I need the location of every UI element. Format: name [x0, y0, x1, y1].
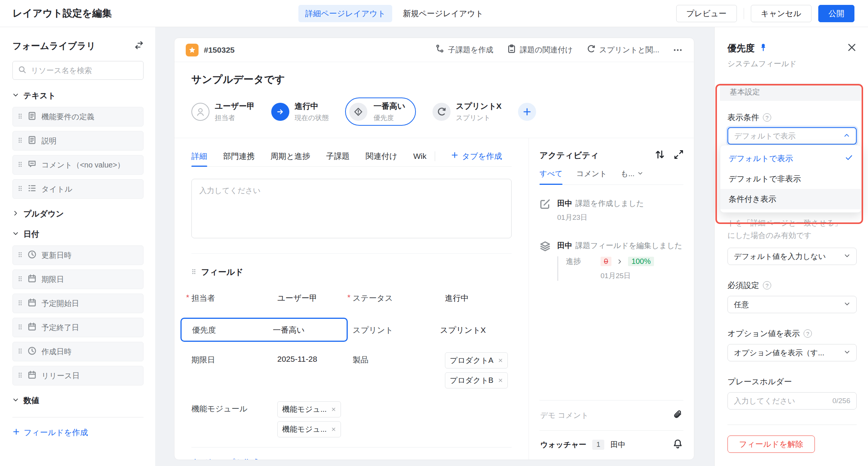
drag-handle-icon[interactable]: [191, 267, 196, 277]
activity-tab-comments[interactable]: コメント: [576, 169, 607, 184]
library-item-title[interactable]: タイトル: [12, 179, 144, 199]
priority-field-selected[interactable]: 優先度 一番高い: [180, 318, 348, 342]
sprint-chip[interactable]: スプリントX スプリント: [432, 101, 501, 122]
library-item-planned-start[interactable]: 予定開始日: [12, 294, 144, 313]
activity-entry: 田中課題を作成しました 01月23日: [539, 198, 683, 222]
option-conditional-display[interactable]: 条件付き表示: [720, 189, 861, 209]
sprint-loop-icon: [587, 44, 596, 55]
help-question-icon[interactable]: [804, 329, 812, 338]
comment-placeholder: デモ コメント: [540, 410, 588, 420]
description-editor[interactable]: 入力してください: [191, 179, 512, 238]
section-number[interactable]: 数値: [12, 395, 144, 406]
tab-detail-page-layout[interactable]: 詳細ページレイアウト: [298, 5, 392, 22]
remove-tag-icon[interactable]: [331, 407, 336, 412]
default-value-select[interactable]: デフォルト値を入力しない: [727, 248, 857, 265]
settings-field-title: 優先度: [727, 42, 755, 54]
collapse-library-icon[interactable]: [134, 41, 144, 51]
drag-handle-icon[interactable]: [18, 251, 23, 260]
fields-group-header[interactable]: フィールド: [191, 267, 512, 278]
drag-handle-icon[interactable]: [18, 299, 23, 308]
remove-field-button[interactable]: フィールドを解除: [727, 436, 815, 453]
comment-input[interactable]: デモ コメント: [539, 400, 683, 430]
cancel-button[interactable]: キャンセル: [751, 5, 811, 22]
field-value-status[interactable]: 進行中: [445, 292, 512, 303]
remove-tag-icon[interactable]: [498, 358, 503, 363]
library-item-comment[interactable]: コメント（<no value>）: [12, 155, 144, 175]
activity-tab-more[interactable]: も...: [620, 169, 643, 184]
required-setting-select[interactable]: 任意: [727, 296, 857, 313]
expand-panel-icon[interactable]: [674, 150, 683, 161]
status-chip[interactable]: 進行中 現在の状態: [271, 101, 329, 122]
module-tag[interactable]: 機能モジュ...: [277, 401, 341, 417]
product-tag[interactable]: プロダクトB: [445, 372, 508, 388]
create-tab-button[interactable]: タブを作成: [451, 151, 502, 161]
issue-preview-card: #150325 子課題を作成 課題の関連付け スプリントと関...: [174, 38, 694, 460]
tab-wiki[interactable]: Wik: [413, 146, 426, 166]
tab-new-page-layout[interactable]: 新規ページレイアウト: [396, 5, 490, 22]
activity-user[interactable]: 田中: [557, 199, 572, 207]
section-text[interactable]: テキスト: [12, 90, 144, 101]
display-condition-select[interactable]: デフォルトで表示: [727, 127, 857, 145]
create-group-button[interactable]: グループを作成: [191, 457, 512, 460]
basic-settings-header: 基本設定: [720, 83, 861, 101]
document-icon: [28, 136, 37, 146]
tab-cycle-progress[interactable]: 周期と進捗: [270, 146, 310, 166]
drag-handle-icon[interactable]: [18, 372, 23, 380]
bell-icon[interactable]: [673, 439, 683, 451]
create-subtask-button[interactable]: 子課題を作成: [435, 44, 493, 55]
tab-subtasks[interactable]: 子課題: [326, 146, 350, 166]
drag-handle-icon[interactable]: [18, 275, 23, 284]
drag-handle-icon[interactable]: [18, 185, 23, 193]
drag-handle-icon[interactable]: [18, 347, 23, 356]
assignee-chip[interactable]: ユーザー甲 担当者: [191, 101, 255, 122]
drag-handle-icon[interactable]: [18, 113, 23, 121]
add-attribute-chip[interactable]: [518, 103, 536, 121]
library-item-release-date[interactable]: リリース日: [12, 366, 144, 385]
tab-department[interactable]: 部門連携: [223, 146, 255, 166]
publish-button[interactable]: 公開: [818, 5, 854, 22]
library-item-requirement[interactable]: 機能要件の定義: [12, 107, 144, 126]
tab-links[interactable]: 関連付け: [366, 146, 398, 166]
activity-tab-all[interactable]: すべて: [539, 169, 562, 184]
help-question-icon[interactable]: [763, 281, 771, 289]
sort-order-icon[interactable]: [655, 149, 665, 161]
drag-handle-icon[interactable]: [18, 137, 23, 145]
option-hide-by-default[interactable]: デフォルトで非表示: [720, 169, 861, 189]
drag-handle-icon[interactable]: [18, 323, 23, 332]
search-input[interactable]: リソース名を検索: [12, 61, 144, 80]
chevron-down-icon: [844, 349, 850, 357]
tab-detail[interactable]: 詳細: [191, 146, 207, 166]
library-item-created-time[interactable]: 作成日時: [12, 342, 144, 361]
placeholder-input[interactable]: 入力してください 0/256: [727, 392, 857, 410]
chevron-up-icon: [844, 132, 850, 140]
product-tag[interactable]: プロダクトA: [445, 352, 508, 369]
drag-handle-icon[interactable]: [18, 161, 23, 169]
activity-user[interactable]: 田中: [557, 241, 572, 250]
field-value-sprint[interactable]: スプリントX: [440, 324, 512, 335]
module-tag[interactable]: 機能モジュ...: [277, 421, 341, 437]
attachment-paperclip-icon[interactable]: [673, 410, 683, 421]
library-item-planned-end[interactable]: 予定終了日: [12, 318, 144, 337]
field-value-due-date[interactable]: 2025-11-28: [277, 354, 353, 364]
library-item-description[interactable]: 説明: [12, 131, 144, 151]
field-value-assignee[interactable]: ユーザー甲: [277, 292, 353, 303]
help-question-icon[interactable]: [763, 113, 771, 122]
section-date[interactable]: 日付: [12, 229, 144, 239]
create-field-button[interactable]: フィールドを作成: [12, 427, 144, 438]
watcher-names[interactable]: 田中: [610, 440, 625, 450]
priority-chip-selected[interactable]: 一番高い 優先度: [345, 97, 416, 126]
more-actions-button[interactable]: [673, 45, 683, 55]
pushpin-icon[interactable]: [759, 43, 767, 53]
link-issue-button[interactable]: 課題の関連付け: [507, 44, 573, 55]
remove-tag-icon[interactable]: [498, 378, 503, 383]
option-value-display-select[interactable]: オプション値を表示（す...: [727, 344, 857, 361]
preview-button[interactable]: プレビュー: [676, 5, 737, 22]
option-show-by-default[interactable]: デフォルトで表示: [720, 148, 861, 169]
remove-tag-icon[interactable]: [331, 427, 336, 432]
library-item-updated-time[interactable]: 更新日時: [12, 245, 144, 265]
section-dropdown[interactable]: プルダウン: [12, 209, 144, 219]
sprint-link-button[interactable]: スプリントと関...: [587, 44, 659, 55]
check-icon: [845, 154, 853, 163]
library-item-due-date[interactable]: 期限日: [12, 270, 144, 289]
close-icon[interactable]: [847, 43, 857, 54]
